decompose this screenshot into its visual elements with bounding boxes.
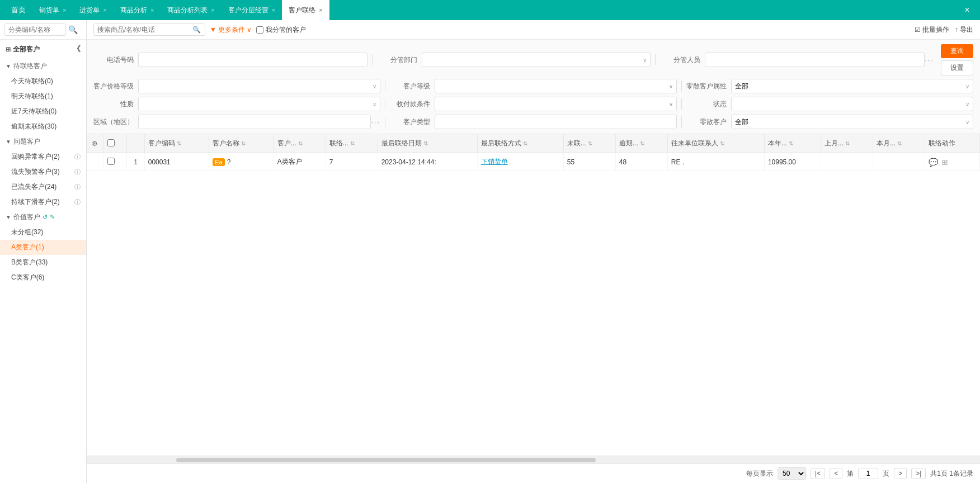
row-checkbox[interactable] xyxy=(107,158,115,165)
manager-dots-button[interactable]: ··· xyxy=(925,56,934,64)
filter-status: 状态 ∨ xyxy=(686,97,973,111)
next-page-button[interactable]: > xyxy=(894,468,907,479)
filter-manager: 分管人员 ··· xyxy=(660,53,934,67)
payment-select[interactable]: ∨ xyxy=(435,97,677,111)
info-icon-1[interactable]: ⓘ xyxy=(74,153,81,161)
manager-input[interactable] xyxy=(705,53,925,67)
sidebar-item-abnormal-purchase[interactable]: 回购异常客户(2) ⓘ xyxy=(0,149,86,164)
my-customers-checkbox[interactable] xyxy=(256,26,263,34)
nature-select[interactable]: ∨ xyxy=(138,97,380,111)
table-this-year-header[interactable]: 本年...⇅ xyxy=(764,134,821,153)
page-input[interactable] xyxy=(858,468,878,479)
info-icon-2[interactable]: ⓘ xyxy=(74,168,81,176)
settings-button[interactable]: 设置 xyxy=(941,60,973,75)
search-input[interactable] xyxy=(97,26,192,34)
sidebar-item-ungrouped[interactable]: 未分组(32) xyxy=(0,225,86,240)
qr-action-icon[interactable]: ⊞ xyxy=(941,158,948,167)
price-level-label: 客户价格等级 xyxy=(93,82,138,91)
table-unit-contact-header[interactable]: 往来单位联系人⇅ xyxy=(667,134,764,153)
table-overdue-header[interactable]: 逾期...⇅ xyxy=(615,134,667,153)
retail-customer-select[interactable]: 全部 ∨ xyxy=(731,115,973,129)
edit-value-icon[interactable]: ✎ xyxy=(50,214,55,221)
table-contact-header[interactable]: 联络...⇅ xyxy=(326,134,378,153)
close-purchase-tab[interactable]: × xyxy=(103,7,106,13)
table-settings-header[interactable]: ⚙ xyxy=(87,134,103,153)
sidebar-item-overdue-contact[interactable]: 逾期未联络(30) xyxy=(0,119,86,134)
sidebar-item-declining-customers[interactable]: 持续下滑客户(2) ⓘ xyxy=(0,195,86,210)
info-icon-3[interactable]: ⓘ xyxy=(74,183,81,191)
export-button[interactable]: ↑ 导出 xyxy=(955,25,973,35)
batch-operation-button[interactable]: ☑ 批量操作 xyxy=(915,25,949,35)
table-this-month-header[interactable]: 本月...⇅ xyxy=(873,134,925,153)
sidebar-item-lost-customers[interactable]: 已流失客户(24) ⓘ xyxy=(0,179,86,195)
close-analysis-list-tab[interactable]: × xyxy=(211,7,214,13)
sidebar-section-problem[interactable]: ▼ 问题客户 xyxy=(0,134,86,149)
retail-attr-select[interactable]: 全部 ∨ xyxy=(731,79,973,93)
region-label: 区域（地区） xyxy=(93,117,138,127)
nav-tab-customer-contact[interactable]: 客户联络 × xyxy=(282,0,329,20)
status-select[interactable]: ∨ xyxy=(731,97,973,111)
search-icon[interactable]: 🔍 xyxy=(192,26,201,34)
phone-input[interactable] xyxy=(138,53,368,67)
sort-thismonth-icon: ⇅ xyxy=(897,140,902,146)
close-customer-segment-tab[interactable]: × xyxy=(272,7,275,13)
table-checkbox-header[interactable] xyxy=(103,134,127,153)
sidebar-section-value[interactable]: ▼ 价值客户 ↺ ✎ xyxy=(0,210,86,225)
close-sales-tab[interactable]: × xyxy=(63,7,66,13)
price-level-select[interactable]: ∨ xyxy=(138,79,380,93)
sidebar-item-today-contact[interactable]: 今天待联络(0) xyxy=(0,74,86,89)
dept-select[interactable]: ∨ xyxy=(422,53,651,67)
per-page-select[interactable]: 50 100 200 xyxy=(778,467,806,480)
filter-payment: 收付款条件 ∨ xyxy=(390,97,677,111)
customer-type-input[interactable] xyxy=(435,115,677,129)
refresh-value-icon[interactable]: ↺ xyxy=(43,214,48,221)
table-no-contact-header[interactable]: 未联...⇅ xyxy=(563,134,615,153)
nav-tab-analysis-list[interactable]: 商品分析列表 × xyxy=(161,0,221,20)
horizontal-scrollbar[interactable] xyxy=(87,456,980,463)
sidebar-item-class-a[interactable]: A类客户(1) xyxy=(0,240,86,255)
nav-tab-analysis[interactable]: 商品分析 × xyxy=(114,0,161,20)
row-type-cell: A类客户 xyxy=(274,153,326,171)
customer-level-select[interactable]: ∨ xyxy=(435,79,677,93)
sidebar-section-pending[interactable]: ▼ 待联络客户 xyxy=(0,59,86,74)
chat-action-icon[interactable]: 💬 xyxy=(929,158,938,167)
sidebar-item-7days-contact[interactable]: 近7天待联络(0) xyxy=(0,104,86,119)
table-type-header[interactable]: 客户...⇅ xyxy=(274,134,326,153)
info-icon-4[interactable]: ⓘ xyxy=(74,198,81,206)
region-dots-button[interactable]: ··· xyxy=(371,118,380,126)
sidebar-item-class-b[interactable]: B类客户(33) xyxy=(0,255,86,270)
table-last-contact-type-header[interactable]: 最后联络方式⇅ xyxy=(477,134,563,153)
table-last-month-header[interactable]: 上月...⇅ xyxy=(821,134,873,153)
sidebar-item-class-c[interactable]: C类客户(6) xyxy=(0,270,86,285)
select-all-checkbox[interactable] xyxy=(107,139,115,146)
more-filters-button[interactable]: ▼ 更多条件 ∨ xyxy=(210,25,252,35)
toolbar: 🔍 ▼ 更多条件 ∨ 我分管的客户 ☑ 批量操作 ↑ 导出 xyxy=(87,20,980,40)
sidebar-item-loss-warning[interactable]: 流失预警客户(3) ⓘ xyxy=(0,164,86,179)
last-page-button[interactable]: >| xyxy=(911,468,926,479)
close-analysis-tab[interactable]: × xyxy=(150,7,154,13)
last-contact-type-link[interactable]: 下销货单 xyxy=(481,158,508,165)
nav-tab-customer-segment[interactable]: 客户分层经营 × xyxy=(222,0,282,20)
sidebar-search-icon[interactable]: 🔍 xyxy=(68,25,78,34)
table-name-header[interactable]: 客户名称⇅ xyxy=(209,134,274,153)
close-window-button[interactable]: × xyxy=(959,2,976,18)
filter-retail-attr: 零散客户属性 全部 ∨ xyxy=(686,79,973,93)
nav-home[interactable]: 首页 xyxy=(4,0,32,20)
filter-phone: 电话号码 xyxy=(93,53,368,67)
nav-tab-sales[interactable]: 销货单 × xyxy=(32,0,73,20)
sidebar-search-input[interactable] xyxy=(4,23,66,36)
region-input[interactable] xyxy=(138,115,371,129)
close-customer-contact-tab[interactable]: × xyxy=(319,7,322,13)
first-page-button[interactable]: |< xyxy=(811,468,825,479)
scroll-track[interactable] xyxy=(176,458,596,462)
retail-customer-label: 零散客户 xyxy=(686,117,731,127)
prev-page-button[interactable]: < xyxy=(830,468,842,479)
sidebar-collapse-button[interactable]: 《 xyxy=(73,44,81,54)
my-customers-checkbox-wrap[interactable]: 我分管的客户 xyxy=(256,25,306,35)
sidebar-item-tomorrow-contact[interactable]: 明天待联络(1) xyxy=(0,89,86,104)
nav-tab-purchase[interactable]: 进货单 × xyxy=(73,0,113,20)
row-checkbox-cell[interactable] xyxy=(103,153,127,171)
table-code-header[interactable]: 客户编码⇅ xyxy=(144,134,209,153)
query-button[interactable]: 查询 xyxy=(941,44,973,58)
table-last-contact-date-header[interactable]: 最后联络日期⇅ xyxy=(378,134,477,153)
